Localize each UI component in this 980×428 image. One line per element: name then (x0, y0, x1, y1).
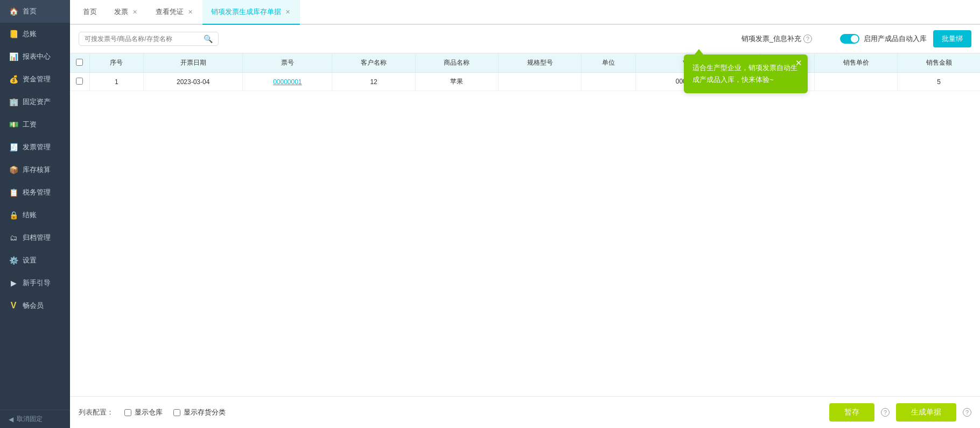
col-header-customer: 客户名称 (332, 53, 415, 73)
info-label-group: 销项发票_信息补充 ? (741, 34, 812, 44)
tax-icon: 📋 (9, 188, 18, 197)
cell-model (498, 73, 581, 91)
sidebar-item-tax[interactable]: 📋 税务管理 (0, 181, 70, 204)
tab-sales-label: 销项发票生成库存单据 (211, 7, 281, 17)
sidebar-label-guide: 新手引导 (23, 278, 51, 288)
tab-sales[interactable]: 销项发票生成库存单据 ✕ (202, 0, 300, 25)
sidebar-label-funds: 资金管理 (23, 74, 51, 84)
row-checkbox[interactable] (76, 78, 83, 85)
tab-invoice-close[interactable]: ✕ (131, 9, 138, 16)
cell-ticket-no[interactable]: 00000001 (243, 73, 332, 91)
cell-checkbox (70, 73, 89, 91)
toolbar: 🔍 销项发票_信息补充 ? 启用产成品自动入库 批量绑 ✕ 适合生产型企业，销项… (70, 25, 980, 53)
tab-bar: 首页 发票 ✕ 查看凭证 ✕ 销项发票生成库存单据 ✕ (70, 0, 980, 25)
search-icon[interactable]: 🔍 (204, 34, 213, 43)
cell-price (815, 73, 898, 91)
generate-button[interactable]: 生成单据 (896, 403, 956, 422)
sidebar-item-reports[interactable]: 📊 报表中心 (0, 45, 70, 68)
sidebar-label-reports: 报表中心 (23, 52, 51, 61)
sidebar-label-payroll: 工资 (23, 120, 37, 129)
select-all-checkbox[interactable] (76, 59, 83, 66)
data-table: 序号 开票日期 票号 客户名称 商品名称 规格型号 单位 * 存货名称 数量 销… (70, 53, 980, 91)
show-warehouse-label: 显示仓库 (135, 408, 163, 417)
col-header-product: 商品名称 (415, 53, 498, 73)
search-box[interactable]: 🔍 (79, 32, 219, 46)
tab-home-label: 首页 (83, 7, 97, 17)
sidebar-item-fixed-assets[interactable]: 🏢 固定资产 (0, 91, 70, 113)
sidebar-item-inventory[interactable]: 📦 库存核算 (0, 158, 70, 181)
sidebar-item-closing[interactable]: 🔒 结账 (0, 204, 70, 226)
unpin-button[interactable]: ◀ 取消固定 (0, 410, 70, 428)
col-header-unit: 单位 (582, 53, 636, 73)
table-header-row: 序号 开票日期 票号 客户名称 商品名称 规格型号 单位 * 存货名称 数量 销… (70, 53, 980, 73)
info-icon[interactable]: ? (803, 34, 812, 43)
payroll-icon: 💵 (9, 120, 18, 129)
tab-sales-close[interactable]: ✕ (284, 9, 291, 16)
tab-voucher-label: 查看凭证 (156, 7, 184, 17)
sidebar-label-ledger: 总账 (23, 29, 37, 39)
cell-date: 2023-03-04 (144, 73, 243, 91)
closing-icon: 🔒 (9, 210, 18, 220)
footer: 列表配置： 显示仓库 显示存货分类 暂存 ? 生成单据 ? (70, 396, 980, 428)
auto-stock-toggle[interactable] (840, 34, 859, 44)
settings-icon: ⚙️ (9, 256, 18, 265)
tab-home[interactable]: 首页 (74, 0, 106, 25)
footer-buttons: 暂存 ? 生成单据 ? (829, 403, 971, 422)
content-area: 🔍 销项发票_信息补充 ? 启用产成品自动入库 批量绑 ✕ 适合生产型企业，销项… (70, 25, 980, 428)
save-button[interactable]: 暂存 (829, 403, 874, 422)
sidebar-item-guide[interactable]: ▶ 新手引导 (0, 272, 70, 294)
sidebar-item-home[interactable]: 🏠 首页 (0, 0, 70, 23)
col-header-price: 销售单价 (815, 53, 898, 73)
cell-seq: 1 (89, 73, 144, 91)
unpin-label: 取消固定 (17, 415, 43, 424)
sidebar-item-payroll[interactable]: 💵 工资 (0, 113, 70, 136)
main-area: 首页 发票 ✕ 查看凭证 ✕ 销项发票生成库存单据 ✕ 🔍 销项发票_信息补充 … (70, 0, 980, 428)
generate-help-icon[interactable]: ? (963, 408, 971, 417)
ticket-link[interactable]: 00000001 (273, 78, 302, 86)
save-help-icon[interactable]: ? (881, 408, 890, 417)
cell-customer: 12 (332, 73, 415, 91)
tooltip-arrow (695, 49, 703, 54)
sidebar-label-inventory: 库存核算 (23, 165, 51, 175)
sidebar-item-funds[interactable]: 💰 资金管理 (0, 68, 70, 91)
sidebar-label-assets: 固定资产 (23, 97, 51, 107)
table-wrapper: 序号 开票日期 票号 客户名称 商品名称 规格型号 单位 * 存货名称 数量 销… (70, 53, 980, 396)
sidebar-item-invoice-mgmt[interactable]: 🧾 发票管理 (0, 136, 70, 158)
info-text: 销项发票_信息补充 (741, 34, 801, 44)
show-category-checkbox[interactable] (173, 409, 180, 416)
col-header-amount: 销售金额 (898, 53, 980, 73)
table-row: 1 2023-03-04 00000001 12 苹果 000001 苹果 个 … (70, 73, 980, 91)
funds-icon: 💰 (9, 74, 18, 84)
sidebar-label-tax: 税务管理 (23, 188, 51, 197)
ledger-icon: 📒 (9, 29, 18, 39)
tab-voucher[interactable]: 查看凭证 ✕ (147, 0, 202, 25)
sidebar-label-vip: 畅会员 (23, 301, 44, 310)
vip-icon: V (9, 301, 18, 310)
sidebar-item-settings[interactable]: ⚙️ 设置 (0, 249, 70, 272)
sidebar-label-archive: 归档管理 (23, 233, 51, 243)
config-label: 列表配置： (79, 408, 114, 417)
show-warehouse-checkbox[interactable] (124, 409, 131, 416)
assets-icon: 🏢 (9, 97, 18, 107)
sidebar-item-general-ledger[interactable]: 📒 总账 (0, 23, 70, 45)
sidebar-label-home: 首页 (23, 6, 37, 16)
sidebar-item-archive[interactable]: 🗂 归档管理 (0, 226, 70, 249)
sidebar-item-vip[interactable]: V 畅会员 (0, 294, 70, 317)
tooltip-content: 适合生产型企业，销项发票自动生成产成品入库，快来体验~ (692, 64, 797, 84)
guide-icon: ▶ (9, 278, 18, 288)
sidebar-label-invoice: 发票管理 (23, 142, 51, 152)
tab-invoice[interactable]: 发票 ✕ (106, 0, 147, 25)
show-category-label: 显示存货分类 (184, 408, 226, 417)
archive-icon: 🗂 (9, 233, 18, 243)
tab-invoice-label: 发票 (114, 7, 128, 17)
unpin-icon: ◀ (9, 416, 13, 423)
show-category-group: 显示存货分类 (173, 408, 226, 417)
search-input[interactable] (85, 35, 200, 43)
tab-voucher-close[interactable]: ✕ (187, 9, 194, 16)
col-header-checkbox (70, 53, 89, 73)
batch-bind-button[interactable]: 批量绑 (933, 30, 971, 47)
home-icon: 🏠 (9, 6, 18, 16)
sidebar-label-closing: 结账 (23, 210, 37, 220)
reports-icon: 📊 (9, 52, 18, 61)
tooltip-close-button[interactable]: ✕ (795, 59, 802, 67)
